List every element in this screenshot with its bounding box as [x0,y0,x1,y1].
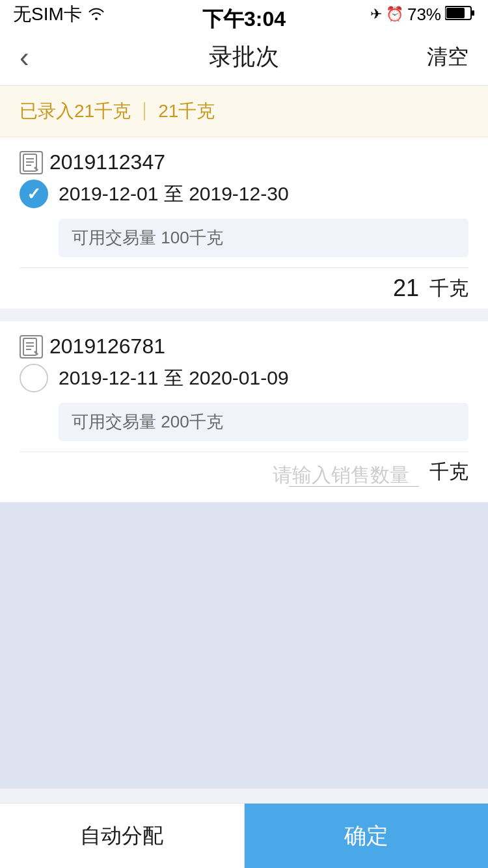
batch-item-1[interactable]: 2019112347 2019-12-01 至 2019-12-30 可用交易量… [0,137,488,308]
alarm-icon: ⏰ [386,6,403,23]
item2-date-range: 2019-12-11 至 2020-01-09 [59,365,289,392]
item2-date-row: 2019-12-11 至 2020-01-09 [20,364,468,392]
status-bar: 无SIM卡 下午3:04 ✈ ⏰ 73% [0,0,488,29]
item1-qty-display: 21 千克 [20,267,468,302]
status-time: 下午3:04 [202,5,286,34]
item1-avail: 可用交易量 100千克 [59,219,468,257]
clear-button[interactable]: 清空 [427,43,468,72]
item2-quantity-row: 千克 [0,452,488,502]
item1-radio[interactable] [20,180,48,208]
item1-date-row: 2019-12-01 至 2019-12-30 [20,180,468,208]
item2-avail: 可用交易量 200千克 [59,403,468,441]
recorded-amount: 已录入21千克 [20,99,131,124]
batch-item-2[interactable]: 2019126781 2019-12-11 至 2020-01-09 可用交易量… [0,321,488,502]
item1-qty-unit: 千克 [429,275,468,302]
card-separator [0,308,488,321]
item2-id: 2019126781 [49,334,165,359]
item2-radio[interactable] [20,364,48,392]
item2-id-row: 2019126781 [20,334,468,359]
status-left: 无SIM卡 [13,2,105,27]
battery-percent: 73% [407,5,441,25]
item1-date-range: 2019-12-01 至 2019-12-30 [59,181,289,208]
status-right: ✈ ⏰ 73% [370,5,475,25]
location-icon: ✈ [370,6,382,23]
total-amount: 21千克 [158,99,215,124]
back-button[interactable]: ‹ [20,41,29,74]
battery-icon [445,5,475,25]
confirm-button[interactable]: 确定 [245,804,489,868]
item2-qty-input-area[interactable]: 千克 [20,452,468,496]
doc-icon-1 [20,151,43,174]
info-banner: 已录入21千克 21千克 [0,86,488,137]
batch-item-2-header: 2019126781 2019-12-11 至 2020-01-09 可用交易量… [0,321,488,441]
item2-qty-unit: 千克 [429,459,468,485]
batch-item-1-header: 2019112347 2019-12-01 至 2019-12-30 可用交易量… [0,137,488,257]
item2-input-wrapper [172,464,419,489]
banner-divider [144,102,145,120]
doc-icon-2 [20,335,43,359]
page-title: 录批次 [209,41,279,73]
item2-qty-input[interactable] [172,464,419,486]
svg-rect-1 [446,8,465,18]
auto-assign-button[interactable]: 自动分配 [0,804,245,868]
input-underline [289,486,419,487]
sim-text: 无SIM卡 [13,2,82,27]
bottom-background [0,502,488,789]
item1-id-row: 2019112347 [20,150,468,174]
item1-id: 2019112347 [49,150,165,174]
nav-bar: ‹ 录批次 清空 [0,29,488,86]
item1-quantity-row: 21 千克 [0,267,488,308]
wifi-icon [87,4,105,25]
item1-qty-number: 21 [393,275,419,302]
footer: 自动分配 确定 [0,803,488,868]
svg-rect-2 [472,10,474,16]
